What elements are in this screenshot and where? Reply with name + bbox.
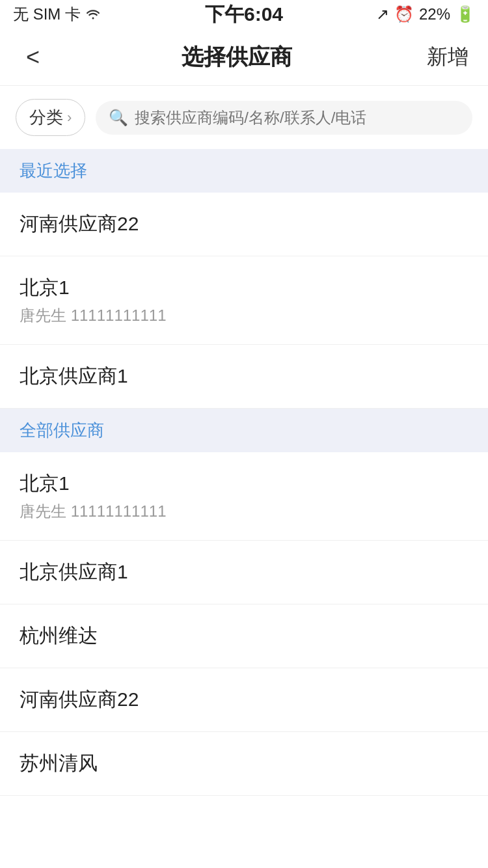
add-button[interactable]: 新增: [427, 43, 468, 72]
supplier-name: 苏州清风: [20, 750, 468, 777]
page-title: 选择供应商: [182, 42, 292, 72]
wifi-icon: [86, 5, 100, 23]
battery-icon: 🔋: [455, 5, 475, 23]
back-button[interactable]: <: [20, 37, 46, 77]
sim-status: 无 SIM 卡: [13, 4, 81, 25]
nav-bar: < 选择供应商 新增: [0, 29, 488, 86]
location-icon: ↗: [376, 5, 389, 23]
list-item[interactable]: 杭州维达: [0, 604, 488, 668]
supplier-name: 河南供应商22: [20, 211, 468, 237]
chevron-right-icon: ›: [67, 109, 72, 126]
list-item[interactable]: 北京1唐先生 11111111111: [0, 452, 488, 541]
filter-bar: 分类 › 🔍: [0, 86, 488, 149]
list-item[interactable]: 苏州清风: [0, 732, 488, 796]
list-item[interactable]: 北京供应商1: [0, 541, 488, 604]
status-bar-right: ↗ ⏰ 22% 🔋: [376, 5, 475, 23]
list-item[interactable]: 河南供应商22: [0, 668, 488, 732]
section-header-all: 全部供应商: [0, 409, 488, 452]
list-item[interactable]: 河南供应商22: [0, 193, 488, 256]
list-item[interactable]: 北京供应商1: [0, 345, 488, 409]
supplier-name: 河南供应商22: [20, 686, 468, 713]
status-bar: 无 SIM 卡 下午6:04 ↗ ⏰ 22% 🔋: [0, 0, 488, 29]
supplier-name: 北京供应商1: [20, 559, 468, 586]
section-header-recent: 最近选择: [0, 149, 488, 193]
alarm-icon: ⏰: [394, 5, 414, 23]
search-input[interactable]: [135, 109, 459, 127]
list-item[interactable]: 北京1唐先生 11111111111: [0, 256, 488, 345]
supplier-name: 北京供应商1: [20, 363, 468, 390]
search-box[interactable]: 🔍: [96, 101, 472, 135]
category-button[interactable]: 分类 ›: [16, 99, 85, 136]
supplier-name: 北京1: [20, 470, 468, 497]
supplier-contact: 唐先生 11111111111: [20, 305, 468, 326]
supplier-contact: 唐先生 11111111111: [20, 501, 468, 522]
supplier-name: 北京1: [20, 275, 468, 301]
search-icon: 🔍: [109, 109, 128, 127]
status-bar-left: 无 SIM 卡: [13, 4, 100, 25]
status-bar-time: 下午6:04: [205, 1, 283, 28]
battery-level: 22%: [419, 5, 450, 23]
category-label: 分类: [29, 106, 63, 129]
sections-container: 最近选择河南供应商22北京1唐先生 11111111111北京供应商1全部供应商…: [0, 149, 488, 796]
supplier-name: 杭州维达: [20, 623, 468, 649]
